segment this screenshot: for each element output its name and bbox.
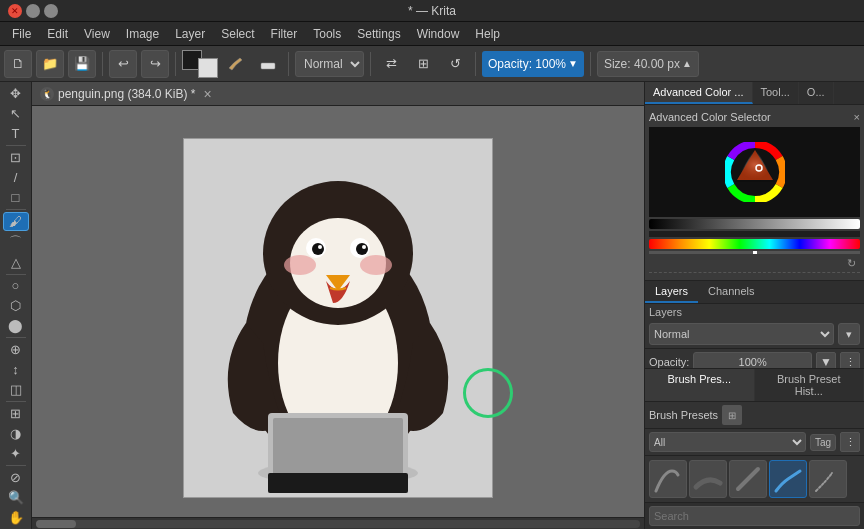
assistant-tool[interactable]: ◫ bbox=[3, 380, 29, 399]
smooth-button[interactable]: ↺ bbox=[441, 50, 469, 78]
canvas-wrap[interactable] bbox=[32, 106, 644, 529]
background-color[interactable] bbox=[198, 58, 218, 78]
menu-tools[interactable]: Tools bbox=[305, 25, 349, 43]
line-tool[interactable]: / bbox=[3, 168, 29, 187]
lasso-tool[interactable]: ○ bbox=[3, 276, 29, 295]
layers-tabs: Layers Channels bbox=[645, 281, 864, 304]
menu-help[interactable]: Help bbox=[467, 25, 508, 43]
colorize-tool[interactable]: ◑ bbox=[3, 424, 29, 443]
maximize-button[interactable] bbox=[44, 4, 58, 18]
open-button[interactable]: 📁 bbox=[36, 50, 64, 78]
size-up[interactable]: ▲ bbox=[682, 58, 692, 69]
menu-file[interactable]: File bbox=[4, 25, 39, 43]
toolbar-sep-5 bbox=[475, 52, 476, 76]
brush-grid-options[interactable]: ⋮ bbox=[840, 432, 860, 452]
brush-filter-select[interactable]: All bbox=[649, 432, 806, 452]
mirror-button[interactable]: ⇄ bbox=[377, 50, 405, 78]
tab-channels[interactable]: Channels bbox=[698, 281, 764, 303]
black-slider[interactable] bbox=[649, 219, 860, 229]
tab-layers[interactable]: Layers bbox=[645, 281, 698, 303]
tool-sep-4 bbox=[6, 337, 26, 338]
grid-tool[interactable]: ⊞ bbox=[3, 404, 29, 423]
measure-tool[interactable]: ↕ bbox=[3, 360, 29, 379]
transform-tool[interactable]: ✥ bbox=[3, 84, 29, 103]
fill-tool[interactable]: ⬤ bbox=[3, 316, 29, 335]
eraser-icon[interactable] bbox=[254, 50, 282, 78]
svg-point-12 bbox=[284, 255, 316, 275]
menu-select[interactable]: Select bbox=[213, 25, 262, 43]
wrap-button[interactable]: ⊞ bbox=[409, 50, 437, 78]
color-wheel-area[interactable] bbox=[649, 127, 860, 217]
brush-preset-2[interactable] bbox=[689, 460, 727, 498]
new-button[interactable]: 🗋 bbox=[4, 50, 32, 78]
brush-tool[interactable]: 🖌 bbox=[3, 212, 29, 231]
menu-settings[interactable]: Settings bbox=[349, 25, 408, 43]
polygon-tool[interactable]: △ bbox=[3, 253, 29, 272]
tab-brush-history[interactable]: Brush Preset Hist... bbox=[755, 369, 865, 401]
toolbar-sep-6 bbox=[590, 52, 591, 76]
contiguous-select[interactable]: ⬡ bbox=[3, 296, 29, 315]
brush-filter-label: Brush Presets bbox=[649, 409, 718, 421]
svg-point-11 bbox=[362, 245, 366, 249]
tab-tool[interactable]: Tool... bbox=[753, 82, 799, 104]
layers-filter-btn[interactable]: ▾ bbox=[838, 323, 860, 345]
adv-color-title: Advanced Color Selector × bbox=[649, 109, 860, 127]
menu-window[interactable]: Window bbox=[409, 25, 468, 43]
canvas-tab-icon: 🐧 bbox=[40, 87, 54, 101]
menu-edit[interactable]: Edit bbox=[39, 25, 76, 43]
menu-filter[interactable]: Filter bbox=[263, 25, 306, 43]
save-button[interactable]: 💾 bbox=[68, 50, 96, 78]
color-refresh-icon[interactable]: ↻ bbox=[847, 257, 856, 270]
color-selector[interactable] bbox=[182, 50, 218, 78]
color-wheel-svg[interactable] bbox=[725, 142, 785, 202]
adv-color-close[interactable]: × bbox=[854, 111, 860, 123]
redo-button[interactable]: ↪ bbox=[141, 50, 169, 78]
move-layer-tool[interactable]: ⊕ bbox=[3, 340, 29, 359]
menu-view[interactable]: View bbox=[76, 25, 118, 43]
eyedropper-tool[interactable]: ⊘ bbox=[3, 468, 29, 487]
scroll-thumb[interactable] bbox=[36, 520, 76, 528]
zoom-tool[interactable]: 🔍 bbox=[3, 488, 29, 507]
pan-tool[interactable]: ✋ bbox=[3, 508, 29, 527]
advanced-color-panel: Advanced Color Selector × bbox=[645, 105, 864, 281]
brush-search-row bbox=[645, 502, 864, 529]
rect-tool[interactable]: □ bbox=[3, 188, 29, 207]
menu-image[interactable]: Image bbox=[118, 25, 167, 43]
brush-preset-icon[interactable] bbox=[222, 50, 250, 78]
window-title: * — Krita bbox=[68, 4, 796, 18]
brush-preset-4[interactable] bbox=[769, 460, 807, 498]
opacity-display: Opacity: 100% ▼ bbox=[482, 51, 584, 77]
brush-options-icon[interactable]: ⊞ bbox=[722, 405, 742, 425]
crop-tool[interactable]: ⊡ bbox=[3, 148, 29, 167]
tab-brush-presets[interactable]: Brush Pres... bbox=[645, 369, 755, 401]
select-tool[interactable]: ↖ bbox=[3, 104, 29, 123]
hue-slider[interactable] bbox=[649, 239, 860, 249]
brush-tag-btn[interactable]: Tag bbox=[810, 434, 836, 451]
multibrush-tool[interactable]: ✦ bbox=[3, 444, 29, 463]
brush-preset-3[interactable] bbox=[729, 460, 767, 498]
close-button[interactable]: ✕ bbox=[8, 4, 22, 18]
text-tool[interactable]: T bbox=[3, 124, 29, 143]
tool-sep-5 bbox=[6, 401, 26, 402]
horizontal-scrollbar[interactable] bbox=[32, 517, 644, 529]
canvas-tab-close[interactable]: × bbox=[203, 86, 211, 102]
brush-search-input[interactable] bbox=[649, 506, 860, 526]
tab-advanced-color[interactable]: Advanced Color ... bbox=[645, 82, 753, 104]
layers-blend-select[interactable]: Normal bbox=[649, 323, 834, 345]
undo-button[interactable]: ↩ bbox=[109, 50, 137, 78]
canvas-image[interactable] bbox=[183, 138, 493, 498]
tab-other[interactable]: O... bbox=[799, 82, 834, 104]
brush-preset-5[interactable] bbox=[809, 460, 847, 498]
svg-rect-16 bbox=[268, 473, 408, 493]
minimize-button[interactable] bbox=[26, 4, 40, 18]
blend-mode-select[interactable]: Normal bbox=[295, 51, 364, 77]
brush-tabs: Brush Pres... Brush Preset Hist... bbox=[645, 369, 864, 402]
layers-section: Layers Channels Layers Normal ▾ Opacity:… bbox=[645, 281, 864, 368]
svg-point-7 bbox=[312, 243, 324, 255]
hue-indicator bbox=[753, 251, 757, 254]
path-tool[interactable]: ⌒ bbox=[3, 232, 29, 252]
menu-layer[interactable]: Layer bbox=[167, 25, 213, 43]
svg-marker-21 bbox=[737, 150, 773, 180]
brush-preset-1[interactable] bbox=[649, 460, 687, 498]
opacity-down[interactable]: ▼ bbox=[568, 58, 578, 69]
